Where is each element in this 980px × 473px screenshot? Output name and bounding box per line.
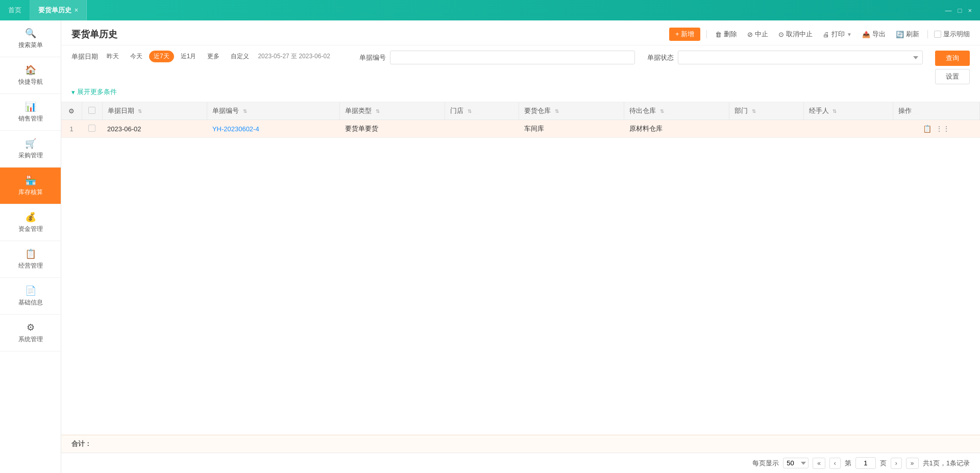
total-info: 共1页，1条记录 [923,459,970,468]
main-layout: 🔍 搜索菜单 🏠 快捷导航 📊 销售管理 🛒 采购管理 🏪 库存核算 💰 资金管… [0,20,980,473]
cancel-stop-label: 取消中止 [786,30,813,39]
sidebar-search-menu-label: 搜索菜单 [18,41,43,50]
tab-requisition-history[interactable]: 要货单历史 × [30,0,87,20]
page-header: 要货单历史 + 新增 🗑 删除 ⊘ 中止 ⊙ 取消中止 🖨 打 [61,20,980,45]
inventory-icon: 🏪 [25,175,36,186]
row-order-no-link-1[interactable]: YH-20230602-4 [212,125,259,133]
order-no-label: 单据编号 [359,53,386,62]
sidebar-item-sales[interactable]: 📊 销售管理 [0,94,61,131]
row-date-1: 2023-06-02 [102,120,207,138]
print-dropdown-icon: ▼ [847,32,852,37]
expand-more-button[interactable]: ▾ 展开更多条件 [71,87,970,97]
table-footer: 合计： [61,435,980,453]
col-store-sort-icon[interactable]: ⇅ [468,108,472,114]
delete-button[interactable]: 🗑 删除 [713,29,739,40]
sidebar-item-quick-nav[interactable]: 🏠 快捷导航 [0,57,61,94]
status-filter-group: 单据状态 [647,51,923,64]
purchase-icon: 🛒 [25,138,36,149]
tab-home[interactable]: 首页 [0,0,30,20]
date-buttons: 昨天 今天 近7天 近1月 更多 自定义 [102,51,254,62]
refresh-button[interactable]: 🔄 刷新 [894,29,921,40]
page-label: 第 [845,459,851,468]
print-button[interactable]: 🖨 打印 ▼ [821,29,854,40]
date-btn-yesterday[interactable]: 昨天 [102,51,124,62]
sidebar-item-purchase[interactable]: 🛒 采购管理 [0,131,61,168]
stop-icon: ⊘ [747,31,753,38]
col-type-sort-icon[interactable]: ⇅ [376,108,380,114]
window-minimize-icon[interactable]: — [945,7,952,14]
sidebar-item-inventory[interactable]: 🏪 库存核算 [0,168,61,204]
row-type-1: 要货单要货 [340,120,445,138]
row-checkbox-1[interactable] [82,120,102,138]
col-date-sort-icon[interactable]: ⇅ [138,108,142,114]
show-detail-checkbox-group[interactable]: 显示明细 [934,30,970,39]
date-btn-today[interactable]: 今天 [126,51,147,62]
date-btn-last1month[interactable]: 近1月 [176,51,201,62]
new-button[interactable]: + 新增 [669,28,700,41]
tab-requisition-history-label: 要货单历史 [38,6,71,15]
page-number-input[interactable] [855,457,876,469]
date-filter-label: 单据日期 [71,52,98,61]
window-close-icon[interactable]: × [968,7,972,14]
window-maximize-icon[interactable]: □ [958,7,962,14]
date-btn-custom[interactable]: 自定义 [226,51,254,62]
export-label: 导出 [872,30,886,39]
sidebar-operations-label: 经营管理 [18,262,43,270]
order-no-input[interactable] [390,51,635,64]
settings-col-icon: ⚙ [68,107,75,115]
stop-button[interactable]: ⊘ 中止 [745,29,770,40]
cancel-stop-icon: ⊙ [778,31,784,38]
col-type: 单据类型 ⇅ [340,102,445,120]
sidebar-item-basic-info[interactable]: 📄 基础信息 [0,278,61,315]
filter-action-buttons: 查询 设置 [935,51,970,84]
print-icon: 🖨 [823,31,829,38]
next-page-button[interactable]: › [891,458,902,469]
col-req-warehouse-sort-icon[interactable]: ⇅ [555,108,559,114]
row-order-no-1: YH-20230602-4 [207,120,340,138]
export-button[interactable]: 📤 导出 [860,29,888,40]
sidebar-item-operations[interactable]: 📋 经营管理 [0,241,61,278]
col-order-no-sort-icon[interactable]: ⇅ [243,108,247,114]
col-order-no-label: 单据编号 [212,107,239,114]
query-button[interactable]: 查询 [935,51,970,66]
select-all-checkbox[interactable] [88,107,95,114]
search-menu-icon: 🔍 [25,28,36,39]
col-type-label: 单据类型 [345,107,372,114]
col-department-sort-icon[interactable]: ⇅ [752,108,756,114]
sidebar-item-search-menu[interactable]: 🔍 搜索菜单 [0,20,61,57]
system-icon: ⚙ [27,322,35,333]
prev-page-button[interactable]: ‹ [829,458,841,469]
sidebar: 🔍 搜索菜单 🏠 快捷导航 📊 销售管理 🛒 采购管理 🏪 库存核算 💰 资金管… [0,20,61,473]
col-handler-sort-icon[interactable]: ⇅ [832,108,837,114]
row-more-icon-1[interactable]: ⋮⋮ [936,125,950,133]
row-actions-1: 📋 ⋮⋮ [893,120,980,138]
finance-icon: 💰 [25,211,36,223]
col-checkbox[interactable] [82,102,102,120]
refresh-icon: 🔄 [896,31,904,38]
first-page-button[interactable]: « [813,458,825,469]
date-btn-last7days[interactable]: 近7天 [149,51,174,62]
date-btn-more[interactable]: 更多 [203,51,224,62]
settings-button[interactable]: 设置 [935,69,970,84]
sidebar-sales-label: 销售管理 [18,114,43,123]
content-area: 要货单历史 + 新增 🗑 删除 ⊘ 中止 ⊙ 取消中止 🖨 打 [61,20,980,473]
col-req-warehouse: 要货仓库 ⇅ [519,102,624,120]
filter-bar: 单据日期 昨天 今天 近7天 近1月 更多 自定义 2023-05-27 至 2… [61,45,980,102]
col-pending-warehouse-sort-icon[interactable]: ⇅ [660,108,664,114]
close-tab-icon[interactable]: × [75,7,78,14]
table-row: 1 2023-06-02 YH-20230602-4 要货单要货 车间库 原材料… [61,120,980,138]
show-detail-checkbox[interactable] [934,31,941,38]
status-select[interactable] [678,51,923,64]
sidebar-inventory-label: 库存核算 [18,188,43,197]
page-size-select[interactable]: 50 100 200 [783,458,808,468]
sidebar-item-finance[interactable]: 💰 资金管理 [0,204,61,241]
row-view-icon-1[interactable]: 📋 [923,125,932,133]
cancel-stop-button[interactable]: ⊙ 取消中止 [776,29,815,40]
page-suffix: 页 [880,459,887,468]
toolbar-divider-1 [706,30,707,38]
sidebar-item-system[interactable]: ⚙ 系统管理 [0,315,61,351]
col-pending-warehouse: 待出仓库 ⇅ [624,102,729,120]
col-settings[interactable]: ⚙ [61,102,82,120]
last-page-button[interactable]: » [906,458,919,469]
row-1-checkbox[interactable] [88,125,95,132]
